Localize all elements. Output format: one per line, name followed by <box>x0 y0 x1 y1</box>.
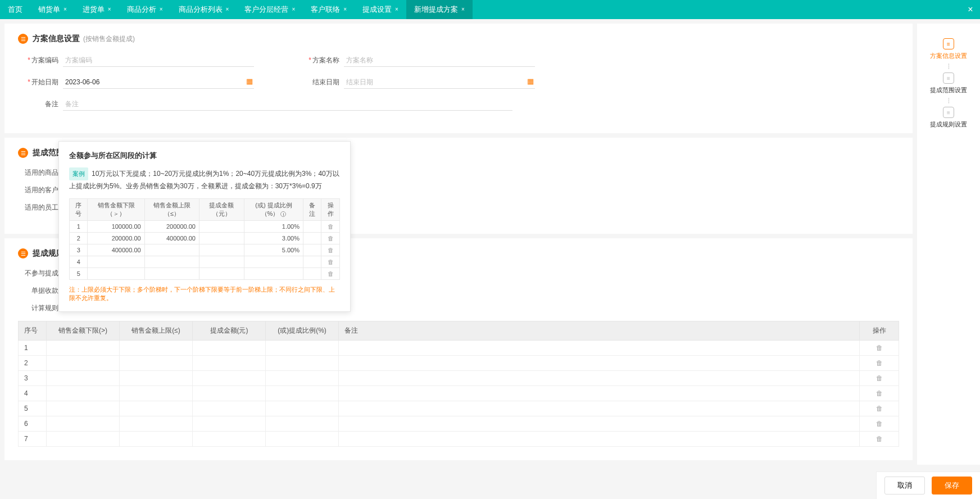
delete-icon[interactable]: 🗑 <box>328 258 334 265</box>
input-remark[interactable] <box>63 98 512 111</box>
delete-icon[interactable]: 🗑 <box>876 420 883 428</box>
col-upper: 销售金额上限（≤） <box>144 199 199 221</box>
delete-icon[interactable]: 🗑 <box>876 374 883 382</box>
calc-example-popover: 全额参与所在区间段的计算 案例10万元以下无提成；10~20万元提成比例为1%；… <box>58 141 351 312</box>
close-icon[interactable]: × <box>63 0 67 19</box>
tab-commission-setting[interactable]: 提成设置× <box>355 0 406 19</box>
table-row[interactable]: 7 🗑 <box>19 432 899 447</box>
top-tab-bar: 首页 销货单× 进货单× 商品分析× 商品分析列表× 客户分层经营× 客户联络×… <box>0 0 980 19</box>
label-customer: 适用的客户 <box>18 185 63 195</box>
mcol-lower: 销售金额下限(>) <box>47 321 120 341</box>
nav-rules[interactable]: ≡ 提成规则设置 <box>917 103 980 132</box>
mcol-idx: 序号 <box>19 321 47 341</box>
rule-table: 序号 销售金额下限(>) 销售金额上限(≤) 提成金额(元) (或)提成比例(%… <box>18 321 899 447</box>
panel-scope: ☰ 提成范围设 适用的商品 适用的客户 适用的员工 全额参与所在区间段的计算 案… <box>4 138 913 234</box>
panel-title: 方案信息设置 <box>33 34 80 44</box>
info-icon[interactable]: i <box>280 211 286 217</box>
mcol-amount: 提成金额(元) <box>193 321 266 341</box>
input-plan-name[interactable] <box>344 54 535 67</box>
delete-icon[interactable]: 🗑 <box>328 235 334 242</box>
section-icon: ☰ <box>18 248 28 258</box>
popover-note: 注：上限必须大于下限；多个阶梯时，下一个阶梯下限要等于前一阶梯上限；不同行之间下… <box>69 285 340 302</box>
delete-icon[interactable]: 🗑 <box>876 389 883 397</box>
example-table: 序号 销售金额下限（＞） 销售金额上限（≤） 提成金额（元） (或) 提成比例（… <box>69 198 340 280</box>
table-row: 1 100000.00 200000.00 1.00% 🗑 <box>70 221 340 233</box>
example-tag: 案例 <box>69 167 88 180</box>
label-exclude: 不参与提成 <box>18 269 63 278</box>
mcol-remark: 备注 <box>339 321 860 341</box>
close-all-icon[interactable]: × <box>961 0 980 19</box>
tab-goods-analysis[interactable]: 商品分析× <box>119 0 171 19</box>
table-row[interactable]: 2 🗑 <box>19 356 899 371</box>
delete-icon[interactable]: 🗑 <box>328 223 334 230</box>
input-end-date[interactable] <box>344 76 535 89</box>
label-receipt: 单据收款 <box>18 286 63 296</box>
input-start-date[interactable] <box>63 76 254 89</box>
label-end-date: 结束日期 <box>299 78 344 87</box>
nav-icon: ≡ <box>943 38 954 49</box>
label-start-date: *开始日期 <box>18 78 63 87</box>
popover-desc: 案例10万元以下无提成；10~20万元提成比例为1%；20~40万元提成比例为3… <box>69 167 340 192</box>
mcol-op: 操作 <box>860 321 899 341</box>
label-plan-code: *方案编码 <box>18 56 63 65</box>
delete-icon[interactable]: 🗑 <box>876 359 883 367</box>
col-op: 操作 <box>321 199 340 221</box>
label-goods: 适用的商品 <box>18 168 63 178</box>
panel-basic-info: ☰ 方案信息设置 (按销售金额提成) *方案编码 *方案名称 *开始日期 <box>4 24 913 133</box>
delete-icon[interactable]: 🗑 <box>876 344 883 352</box>
tab-add-commission-plan[interactable]: 新增提成方案× <box>406 0 473 19</box>
section-icon: ☰ <box>18 34 28 44</box>
delete-icon[interactable]: 🗑 <box>876 405 883 412</box>
col-ratio: (或) 提成比例（%） i <box>244 199 303 221</box>
close-icon[interactable]: × <box>108 0 111 19</box>
nav-scope[interactable]: ≡ 提成范围设置 <box>917 69 980 98</box>
label-plan-name: *方案名称 <box>299 56 344 65</box>
close-icon[interactable]: × <box>461 0 465 19</box>
tab-home[interactable]: 首页 <box>0 0 30 19</box>
nav-icon: ≡ <box>943 72 954 84</box>
popover-title: 全额参与所在区间段的计算 <box>69 151 340 161</box>
table-row[interactable]: 6 🗑 <box>19 416 899 432</box>
col-remark: 备注 <box>303 199 321 221</box>
tab-sales[interactable]: 销货单× <box>30 0 75 19</box>
table-row: 3 400000.00 5.00% 🗑 <box>70 244 340 256</box>
close-icon[interactable]: × <box>395 0 398 19</box>
calendar-icon[interactable]: ▦ <box>246 77 253 85</box>
close-icon[interactable]: × <box>160 0 163 19</box>
table-row: 5 🗑 <box>70 268 340 280</box>
label-remark: 备注 <box>18 99 63 109</box>
nav-icon: ≡ <box>943 107 954 118</box>
col-lower: 销售金额下限（＞） <box>88 199 144 221</box>
col-idx: 序号 <box>70 199 88 221</box>
tab-customer-tier[interactable]: 客户分层经营× <box>237 0 303 19</box>
label-calc-rule: 计算规则 <box>18 303 63 313</box>
tab-purchase[interactable]: 进货单× <box>75 0 119 19</box>
tab-goods-list[interactable]: 商品分析列表× <box>171 0 237 19</box>
close-icon[interactable]: × <box>343 0 347 19</box>
label-staff: 适用的员工 <box>18 203 63 212</box>
section-nav: ≡ 方案信息设置 ≡ 提成范围设置 ≡ 提成规则设置 <box>917 24 980 465</box>
close-icon[interactable]: × <box>292 0 295 19</box>
close-icon[interactable]: × <box>226 0 229 19</box>
table-row[interactable]: 5 🗑 <box>19 401 899 416</box>
mcol-upper: 销售金额上限(≤) <box>120 321 193 341</box>
table-row[interactable]: 3 🗑 <box>19 371 899 386</box>
delete-icon[interactable]: 🗑 <box>328 247 334 253</box>
table-row: 4 🗑 <box>70 256 340 268</box>
nav-basic-info[interactable]: ≡ 方案信息设置 <box>917 35 980 63</box>
table-row[interactable]: 4 🗑 <box>19 386 899 401</box>
section-icon: ☰ <box>18 148 28 158</box>
table-row: 2 200000.00 400000.00 3.00% 🗑 <box>70 233 340 244</box>
delete-icon[interactable]: 🗑 <box>328 270 334 277</box>
mcol-ratio: (或)提成比例(%) <box>266 321 339 341</box>
col-amount: 提成金额（元） <box>199 199 244 221</box>
tab-customer-contact[interactable]: 客户联络× <box>303 0 355 19</box>
delete-icon[interactable]: 🗑 <box>876 435 883 443</box>
table-row[interactable]: 1 🗑 <box>19 341 899 356</box>
calendar-icon[interactable]: ▦ <box>527 77 534 85</box>
input-plan-code[interactable] <box>63 54 254 67</box>
panel-subtitle: (按销售金额提成) <box>83 34 135 44</box>
